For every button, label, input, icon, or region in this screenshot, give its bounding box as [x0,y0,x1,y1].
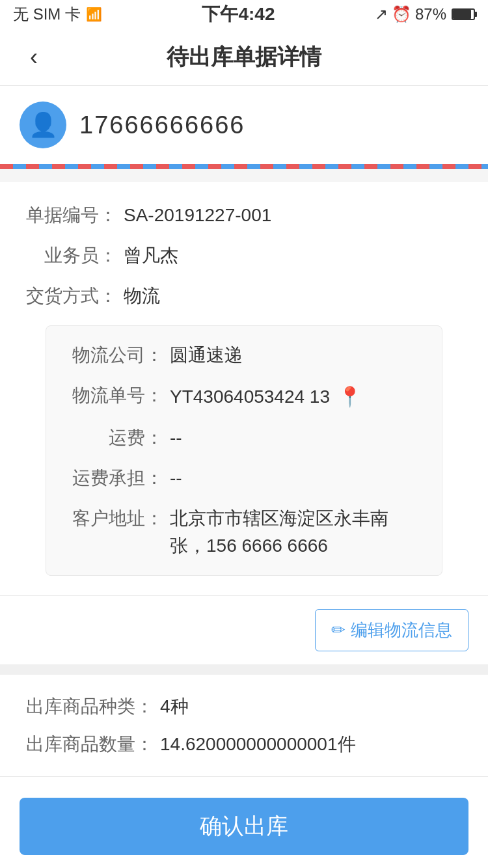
logistics-company-row: 物流公司： 圆通速递 [66,342,422,369]
delivery-method-label: 交货方式： [26,282,117,310]
page-title: 待出库单据详情 [167,42,321,72]
delivery-method-row: 交货方式： 物流 [26,282,462,310]
edit-btn-label: 编辑物流信息 [351,619,452,642]
document-info-section: 单据编号： SA-20191227-001 业务员： 曾凡杰 交货方式： 物流 … [0,182,488,595]
logistics-freight-label: 运费： [66,424,163,452]
back-icon: ‹ [30,44,38,71]
confirm-btn-area: 确认出库 [0,785,488,868]
product-type-value: 4种 [160,694,189,719]
logistics-freight-bear-label: 运费承担： [66,465,163,492]
section-divider [0,664,488,675]
product-section: 出库商品种类： 4种 出库商品数量： 14.620000000000001件 [0,675,488,776]
map-pin-icon[interactable]: 📍 [338,382,362,411]
nav-bar: ‹ 待出库单据详情 [0,29,488,86]
logistics-freight-row: 运费： -- [66,424,422,452]
product-type-label: 出库商品种类： [26,694,154,719]
logistics-tracking-row: 物流单号： YT43064053424 13 📍 [66,382,422,411]
logistics-freight-bear-value: -- [170,465,422,492]
product-quantity-row: 出库商品数量： 14.620000000000001件 [26,732,462,757]
salesperson-row: 业务员： 曾凡杰 [26,242,462,269]
status-bar: 无 SIM 卡 📶 下午4:42 ↗ ⏰ 87% [0,0,488,29]
salesperson-label: 业务员： [26,242,117,269]
status-left: 无 SIM 卡 📶 [13,4,102,25]
avatar-icon: 👤 [29,111,58,139]
document-number-row: 单据编号： SA-20191227-001 [26,202,462,229]
back-button[interactable]: ‹ [20,43,48,72]
carrier-label: 无 SIM 卡 [13,4,81,25]
avatar: 👤 [20,102,66,148]
logistics-address-row: 客户地址： 北京市市辖区海淀区永丰南 张，156 6666 6666 [66,505,422,560]
battery-percent: 87% [415,5,446,23]
dashed-divider [0,164,488,169]
battery-icon [452,8,475,20]
confirm-outbound-button[interactable]: 确认出库 [20,798,468,855]
edit-icon: ✏ [331,620,346,640]
confirm-btn-label: 确认出库 [200,811,288,841]
salesperson-value: 曾凡杰 [124,242,462,269]
wifi-icon: 📶 [86,7,102,22]
delivery-method-value: 物流 [124,282,462,310]
document-number-value: SA-20191227-001 [124,202,462,229]
alarm-icon: ⏰ [392,5,411,23]
logistics-section: 物流公司： 圆通速递 物流单号： YT43064053424 13 📍 运费： … [46,325,442,576]
document-number-label: 单据编号： [26,202,117,229]
logistics-address-label: 客户地址： [66,505,163,532]
logistics-company-value: 圆通速递 [170,342,422,369]
logistics-tracking-value: YT43064053424 13 📍 [170,382,422,411]
status-right: ↗ ⏰ 87% [375,5,475,23]
product-type-row: 出库商品种类： 4种 [26,694,462,719]
product-quantity-label: 出库商品数量： [26,732,154,757]
edit-btn-row: ✏ 编辑物流信息 [0,595,488,664]
user-phone: 17666666666 [79,111,245,139]
status-time: 下午4:42 [202,2,275,27]
product-quantity-value: 14.620000000000001件 [160,732,356,757]
logistics-freight-value: -- [170,424,422,452]
edit-logistics-button[interactable]: ✏ 编辑物流信息 [315,609,468,651]
logistics-freight-bear-row: 运费承担： -- [66,465,422,492]
logistics-address-value: 北京市市辖区海淀区永丰南 张，156 6666 6666 [170,505,422,560]
location-icon: ↗ [375,5,388,23]
logistics-tracking-label: 物流单号： [66,382,163,409]
user-header: 👤 17666666666 [0,86,488,164]
logistics-company-label: 物流公司： [66,342,163,369]
